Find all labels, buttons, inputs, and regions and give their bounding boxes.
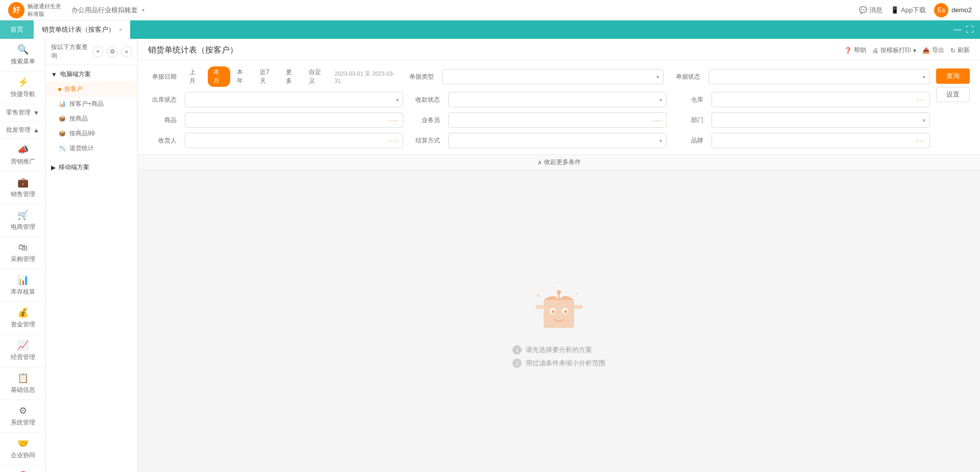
receipt-status-select[interactable]: ▾ bbox=[448, 92, 667, 107]
receipt-status-label: 收款状态 bbox=[411, 96, 440, 104]
product-label: 商品 bbox=[148, 116, 177, 125]
sidebar-item-operations[interactable]: 📈 经营管理 bbox=[0, 335, 45, 367]
scheme-collapse-btn[interactable]: « bbox=[121, 46, 132, 57]
sidebar-item-marketing[interactable]: 📣 营销推广 bbox=[0, 139, 45, 172]
salesperson-input[interactable]: ··· bbox=[448, 112, 667, 128]
receiver-input[interactable]: ··· bbox=[185, 133, 403, 148]
warehouse-input[interactable]: ··· bbox=[712, 92, 930, 107]
collapse-arrow: ∧ bbox=[537, 159, 542, 166]
sidebar-item-search[interactable]: 🔍 搜索菜单 bbox=[0, 39, 45, 72]
settings-btn[interactable]: 设置 bbox=[936, 87, 970, 102]
salesperson-dots: ··· bbox=[653, 116, 662, 124]
sidebar-item-quicknav[interactable]: ⚡ 快捷导航 bbox=[0, 72, 45, 104]
tab-bar: 首页 销货单统计表（按客户） × — ⛶ bbox=[0, 20, 980, 39]
query-btn[interactable]: 查询 bbox=[936, 68, 970, 84]
warehouse-label: 仓库 bbox=[675, 96, 703, 104]
scheme-item-by-product99[interactable]: 📦 按商品99 bbox=[46, 126, 137, 141]
sidebar-item-inventory[interactable]: 📊 库存核算 bbox=[0, 269, 45, 302]
date-btn-this-month[interactable]: 本月 bbox=[208, 66, 231, 87]
order-status-select[interactable]: ▾ bbox=[708, 69, 930, 84]
maximize-btn[interactable]: ⛶ bbox=[966, 25, 974, 34]
payment-chevron: ▾ bbox=[659, 138, 662, 144]
sidebar-item-newuser[interactable]: 🎯 新手引导 bbox=[0, 465, 45, 472]
tab-active[interactable]: 销货单统计表（按客户） × bbox=[34, 20, 130, 39]
date-btn-7days[interactable]: 近7天 bbox=[255, 66, 279, 87]
user-area[interactable]: Ea demo2 bbox=[934, 3, 972, 17]
order-status-chevron: ▾ bbox=[923, 74, 925, 80]
collapse-label: 收起更多条件 bbox=[544, 158, 581, 167]
date-btn-last-month[interactable]: 上月 bbox=[185, 66, 206, 87]
app-download-icon: 📱 bbox=[891, 6, 899, 14]
product-input[interactable]: ··· bbox=[185, 112, 403, 128]
sidebar-item-system[interactable]: ⚙ 系统管理 bbox=[0, 400, 45, 433]
scheme-settings-btn[interactable]: ⚙ bbox=[107, 46, 118, 57]
salesperson-label: 业务员 bbox=[411, 116, 440, 125]
sidebar-item-purchase[interactable]: 🛍 采购管理 bbox=[0, 237, 45, 269]
scheme-item-by-customer[interactable]: 按客户 bbox=[46, 82, 137, 97]
logo-area: 好 畅捷通好生意 标准版 bbox=[8, 2, 61, 18]
sales-icon: 💼 bbox=[17, 177, 29, 188]
dept-chevron: ▾ bbox=[923, 117, 925, 123]
scheme-add-btn[interactable]: + bbox=[92, 46, 104, 57]
panel-header-actions: + ⚙ « bbox=[92, 46, 132, 57]
date-btn-more[interactable]: 更多 bbox=[281, 66, 302, 87]
main-container: 按以下方案查询 + ⚙ « ▼ 电脑端方案 按客户 📊 bbox=[46, 39, 980, 472]
print-icon: 🖨 bbox=[872, 47, 878, 54]
filter-row-4: 收货人 ··· 结算方式 ▾ 品牌 bbox=[148, 133, 930, 148]
collapse-bar[interactable]: ∧ 收起更多条件 bbox=[138, 155, 980, 170]
scheme-group-mobile: ▶ 移动端方案 bbox=[46, 158, 137, 177]
app-download-btn[interactable]: 📱 App下载 bbox=[891, 6, 926, 15]
order-type-label: 单据类型 bbox=[405, 73, 434, 81]
header-right: 💬 消息 📱 App下载 Ea demo2 bbox=[859, 3, 972, 17]
filter-row-3: 商品 ··· 业务员 ··· 部门 bbox=[148, 112, 930, 128]
sidebar-item-basic[interactable]: 📋 基础信息 bbox=[0, 367, 45, 400]
sidebar-item-sales[interactable]: 💼 销售管理 bbox=[0, 172, 45, 204]
robot-svg: ✦ ✦ ✦ bbox=[528, 274, 590, 336]
page-title: 销货单统计表（按客户） bbox=[148, 45, 238, 56]
receipt-status-chevron: ▾ bbox=[659, 97, 662, 103]
scheme-group-desktop-header[interactable]: ▼ 电脑端方案 bbox=[46, 67, 137, 82]
date-range-text: 2023-03-01 至 2023-03-31 bbox=[335, 70, 397, 84]
sidebar-item-enterprise[interactable]: 🤝 企业协同 bbox=[0, 433, 45, 465]
filter-row-2: 出库状态 ▾ 收款状态 ▾ 仓库 bbox=[148, 92, 930, 107]
date-btn-custom[interactable]: 自定义 bbox=[304, 66, 331, 87]
product-dots: ··· bbox=[389, 116, 399, 124]
scheme-item-return-stats[interactable]: 📉 退货统计 bbox=[46, 141, 137, 156]
minimize-btn[interactable]: — bbox=[953, 25, 962, 34]
main-layout: 🔍 搜索菜单 ⚡ 快捷导航 零售管理▼ 批发管理▲ 📣 营销推广 💼 销售管理 … bbox=[0, 39, 980, 472]
scheme-item-by-product[interactable]: 📦 按商品 bbox=[46, 111, 137, 126]
message-btn[interactable]: 💬 消息 bbox=[859, 6, 883, 15]
warehouse-dots: ··· bbox=[916, 96, 925, 104]
dept-select[interactable]: ▾ bbox=[712, 112, 930, 128]
scheme-group-desktop: ▼ 电脑端方案 按客户 📊 按客户+商品 📦 按商品 📦 按商品99 bbox=[46, 65, 137, 158]
sidebar-item-wholesale[interactable]: 批发管理▲ bbox=[0, 122, 45, 139]
tab-close-btn[interactable]: × bbox=[119, 27, 122, 33]
scheme-group-mobile-header[interactable]: ▶ 移动端方案 bbox=[46, 160, 137, 175]
refresh-btn[interactable]: ↻ 刷新 bbox=[950, 46, 970, 55]
date-btn-this-year[interactable]: 本年 bbox=[232, 66, 253, 87]
brand-input[interactable]: ··· bbox=[712, 133, 930, 148]
avatar: Ea bbox=[934, 3, 948, 17]
marketing-icon: 📣 bbox=[17, 144, 29, 155]
out-status-select[interactable]: ▾ bbox=[185, 92, 403, 107]
basic-icon: 📋 bbox=[17, 372, 29, 384]
payment-select[interactable]: ▾ bbox=[448, 133, 667, 148]
print-btn[interactable]: 🖨 按模板打印 ▾ bbox=[872, 46, 916, 55]
svg-point-3 bbox=[552, 310, 555, 313]
empty-illustration: ✦ ✦ ✦ bbox=[528, 274, 590, 337]
operations-icon: 📈 bbox=[17, 340, 29, 351]
system-dropdown-arrow[interactable]: ▾ bbox=[142, 7, 144, 13]
receiver-label: 收货人 bbox=[148, 136, 177, 145]
finance-icon: 💰 bbox=[17, 307, 29, 318]
scheme-item-by-customer-product[interactable]: 📊 按客户+商品 bbox=[46, 97, 137, 111]
export-btn[interactable]: 📤 导出 bbox=[922, 46, 944, 55]
order-type-chevron: ▾ bbox=[656, 74, 659, 80]
sidebar-item-ecommerce[interactable]: 🛒 电商管理 bbox=[0, 204, 45, 237]
svg-rect-8 bbox=[574, 305, 582, 309]
sidebar-item-finance[interactable]: 💰 资金管理 bbox=[0, 302, 45, 335]
tab-home[interactable]: 首页 bbox=[0, 20, 34, 39]
sidebar-item-retail[interactable]: 零售管理▼ bbox=[0, 104, 45, 122]
tip-num-1: 1 bbox=[512, 345, 522, 355]
help-btn[interactable]: ❓ 帮助 bbox=[844, 46, 866, 55]
order-type-select[interactable]: ▾ bbox=[442, 69, 664, 84]
